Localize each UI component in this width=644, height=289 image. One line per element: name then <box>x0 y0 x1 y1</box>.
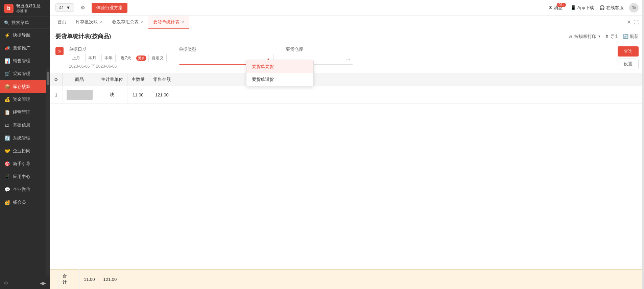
sidebar-item-enterprise[interactable]: 🤝 企业协同 <box>0 144 50 157</box>
dropdown-item-order-goods[interactable]: 要货单要货 <box>246 60 313 73</box>
column-settings[interactable]: ⚙ <box>50 73 63 86</box>
tab-home[interactable]: 首页 <box>53 16 71 29</box>
tab-close-batch-ledger[interactable]: ✕ <box>100 20 103 24</box>
close-window-icon[interactable]: ✕ <box>627 19 631 25</box>
sidebar-item-marketing[interactable]: 📣 营销推广 <box>0 42 50 54</box>
right-resize-handle[interactable] <box>642 0 644 289</box>
header-right: ✉ 消息 99+ 📱 App下载 🎧 在线客服 Rit <box>549 3 639 13</box>
query-button[interactable]: 查询 <box>618 46 639 57</box>
sidebar-item-label: 采购管理 <box>13 71 30 77</box>
this-year-btn[interactable]: 本年 <box>101 54 116 62</box>
dropdown-item-order-return[interactable]: 要货单退货 <box>246 73 313 86</box>
total-row: 合计 11.00 121.00 <box>50 270 644 289</box>
last-7-days-btn[interactable]: 近7天 <box>118 54 134 62</box>
chevron-down-icon: ▼ <box>598 35 601 38</box>
purchase-icon: 🛒 <box>4 71 10 76</box>
total-unit-empty <box>71 270 80 289</box>
sidebar-item-quick-nav[interactable]: ⚡ 快捷导航 <box>0 29 50 42</box>
app-download-button[interactable]: 📱 App下载 <box>571 5 594 11</box>
sidebar-item-finance[interactable]: 💰 资金管理 <box>0 93 50 106</box>
total-empty-1 <box>50 270 58 289</box>
sidebar-item-label: 企业微信 <box>13 186 30 193</box>
cell-product: ████ ███ <box>63 86 97 104</box>
guide-icon: 🎯 <box>4 161 10 166</box>
sidebar: b 畅捷通好生意 标准版 🔍 搜索菜单 ⚡ 快捷导航 📣 营销推广 📊 销售管理… <box>0 0 50 289</box>
print-button[interactable]: 🖨 按模板打印 ▼ <box>569 34 601 40</box>
logo-text: 畅捷通好生意 标准版 <box>16 3 41 14</box>
logo: b 畅捷通好生意 标准版 <box>0 0 50 17</box>
header-left: 41 ▼ ⚙ 体验行业方案 <box>55 3 127 13</box>
tab-close-order-stats[interactable]: ✕ <box>182 20 185 24</box>
last-month-btn[interactable]: 上月 <box>69 54 83 62</box>
header-gear-button[interactable]: ⚙ <box>78 3 88 13</box>
collapse-icon[interactable]: ◀▶ <box>40 281 46 286</box>
sidebar-item-system[interactable]: 🔄 系统管理 <box>0 132 50 144</box>
date-options: 上月 本月 本年 近7天 更多 自定义 <box>69 54 167 62</box>
sidebar-item-operation[interactable]: 📋 经营管理 <box>0 106 50 119</box>
sidebar-item-label: 资金管理 <box>13 96 30 103</box>
total-label: 合计 <box>58 270 71 289</box>
quick-nav-icon: ⚡ <box>4 32 10 38</box>
sidebar-item-label: 畅会员 <box>13 199 26 205</box>
filter-settings-button[interactable]: 设置 <box>618 59 639 69</box>
tab-receivable-summary[interactable]: 收发存汇总表 ✕ <box>108 16 148 29</box>
page-actions: 🖨 按模板打印 ▼ ⬆ 导出 🔄 刷新 <box>569 34 639 40</box>
basic-icon: 🗂 <box>4 123 10 128</box>
table-spacer <box>50 104 644 269</box>
messages-button[interactable]: ✉ 消息 99+ <box>549 5 563 11</box>
warehouse-label: 要货仓库 <box>286 46 353 52</box>
total-quantity: 11.00 <box>80 270 99 289</box>
wechat-icon: 💬 <box>4 187 10 192</box>
sidebar-item-member[interactable]: 👑 畅会员 <box>0 196 50 209</box>
sidebar-item-wechat[interactable]: 💬 企业微信 <box>0 183 50 196</box>
store-selector[interactable]: 41 ▼ <box>55 3 74 12</box>
sidebar-scrollbar[interactable] <box>46 68 50 275</box>
logo-icon: b <box>4 4 14 13</box>
more-icon: ··· <box>346 57 350 62</box>
trial-button[interactable]: 体验行业方案 <box>92 3 127 13</box>
maximize-icon[interactable]: ⛶ <box>634 20 639 25</box>
cell-unit: 块 <box>97 86 127 104</box>
inventory-icon: 📦 <box>4 84 10 89</box>
column-unit: 主计量单位 <box>97 73 127 86</box>
doc-type-dropdown: 要货单要货 要货单退货 <box>246 60 314 86</box>
search-menu[interactable]: 🔍 搜索菜单 <box>0 17 50 29</box>
sidebar-item-purchase[interactable]: 🛒 采购管理 <box>0 67 50 80</box>
settings-icon[interactable]: ⚙ <box>4 281 8 286</box>
scrollbar-thumb <box>47 72 49 85</box>
column-quantity: 主数量 <box>127 73 149 86</box>
sidebar-item-inventory[interactable]: 📦 库存核算 <box>0 80 50 93</box>
avatar[interactable]: Rit <box>629 3 639 13</box>
total-extra <box>121 270 644 289</box>
sidebar-item-basic[interactable]: 🗂 基础信息 <box>0 119 50 132</box>
tab-close-receivable[interactable]: ✕ <box>141 20 144 24</box>
data-table: ⚙ 商品 主计量单位 主数量 零售金额 1 ████ ███ <box>50 73 644 104</box>
doc-type-label: 单据类型 <box>179 46 273 52</box>
tab-maximize-area: ✕ ⛶ <box>627 19 641 25</box>
finance-icon: 💰 <box>4 97 10 102</box>
custom-date-btn[interactable]: 自定义 <box>148 54 167 62</box>
top-header: 41 ▼ ⚙ 体验行业方案 ✉ 消息 99+ 📱 App下载 🎧 在线客服 Ri… <box>50 0 644 16</box>
sidebar-item-appstore[interactable]: 📱 应用中心 <box>0 170 50 183</box>
support-button[interactable]: 🎧 在线客服 <box>599 5 624 11</box>
appstore-icon: 📱 <box>4 174 10 179</box>
sidebar-item-sales[interactable]: 📊 销售管理 <box>0 54 50 67</box>
expand-filter-button[interactable]: » <box>55 47 64 55</box>
export-button[interactable]: ⬆ 导出 <box>605 34 619 40</box>
refresh-button[interactable]: 🔄 刷新 <box>623 34 639 40</box>
this-month-btn[interactable]: 本月 <box>85 54 99 62</box>
tab-order-stats[interactable]: 要货单统计表 ✕ <box>148 16 189 29</box>
messages-badge: 99+ <box>557 3 566 7</box>
chevron-down-icon: ▼ <box>66 5 70 10</box>
operation-icon: 📋 <box>4 110 10 115</box>
tab-bar: 首页 库存批次账 ✕ 收发存汇总表 ✕ 要货单统计表 ✕ ✕ ⛶ <box>50 16 644 29</box>
refresh-icon: 🔄 <box>623 34 628 39</box>
sidebar-item-guide[interactable]: 🎯 新手引导 <box>0 157 50 170</box>
cell-extra <box>175 86 644 104</box>
search-icon: 🔍 <box>4 20 9 25</box>
sidebar-item-label: 营销推广 <box>13 45 30 51</box>
date-range: 2023-05-06 至 2023-06-06 <box>69 64 167 69</box>
tab-batch-ledger[interactable]: 库存批次账 ✕ <box>71 16 108 29</box>
sidebar-item-label: 应用中心 <box>13 174 30 180</box>
cell-amount: 121.00 <box>149 86 175 104</box>
